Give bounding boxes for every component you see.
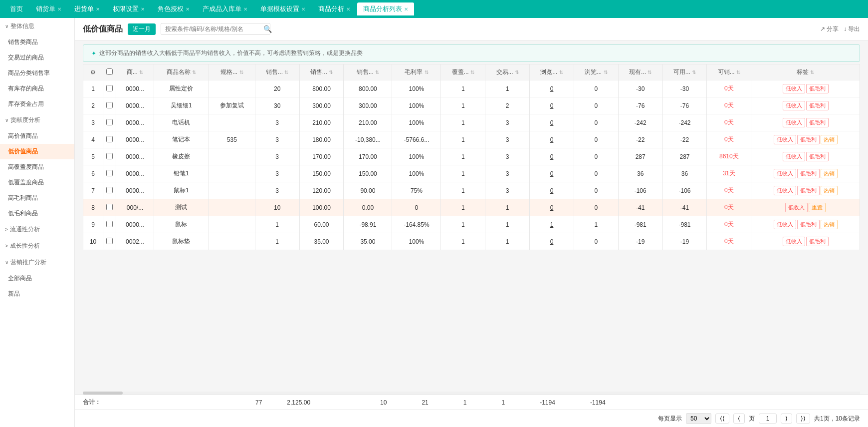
cell-view1[interactable]: 0 <box>530 114 574 131</box>
export-button[interactable]: ↓ 导出 <box>844 25 860 33</box>
sidebar-item-traded-goods[interactable]: 交易过的商品 <box>0 50 74 65</box>
sidebar-item-high-value[interactable]: 高价值商品 <box>0 128 74 144</box>
nav-role-auth[interactable]: 角色授权 ✕ <box>152 2 196 15</box>
close-icon[interactable]: ✕ <box>301 6 305 12</box>
cell-checkbox[interactable] <box>103 131 116 148</box>
sidebar-item-low-coverage[interactable]: 低覆盖度商品 <box>0 175 74 190</box>
sidebar-group-general[interactable]: ∨ 整体信息 <box>0 18 74 34</box>
sidebar-item-high-coverage[interactable]: 高覆盖度商品 <box>0 159 74 175</box>
close-icon[interactable]: ✕ <box>141 6 145 12</box>
row-checkbox[interactable] <box>106 187 113 193</box>
col-trade[interactable]: 交易... ⇅ <box>485 64 530 80</box>
sidebar-group-marketing[interactable]: ∨ 营销推广分析 <box>0 254 74 271</box>
sidebar-item-low-margin[interactable]: 低毛利商品 <box>0 206 74 221</box>
table-row: 40000...笔记本5353180.00-10,380...-5766.6..… <box>83 131 860 148</box>
nav-home[interactable]: 首页 <box>4 2 29 15</box>
per-page-select[interactable]: 50 100 200 <box>686 413 711 424</box>
sidebar-item-low-value[interactable]: 低价值商品 <box>0 144 74 159</box>
cell-sale-qty: 10 <box>255 199 299 216</box>
row-checkbox[interactable] <box>106 153 113 159</box>
row-checkbox[interactable] <box>106 119 113 125</box>
cell-view1[interactable]: 0 <box>530 131 574 148</box>
cell-view1[interactable]: 1 <box>530 216 574 233</box>
next-page-button[interactable]: ⟩ <box>781 414 792 424</box>
sidebar-group-growth[interactable]: > 成长性分析 <box>0 238 74 254</box>
cell-view1[interactable]: 0 <box>530 148 574 165</box>
table-area[interactable]: ⚙ 商... ⇅ 商品名称 ⇅ 规格... ⇅ 销售... ⇅ 销售... ⇅ … <box>75 64 868 392</box>
filter-recent-month[interactable]: 近一月 <box>128 23 156 35</box>
search-input[interactable] <box>161 23 270 35</box>
col-name[interactable]: 商品名称 ⇅ <box>154 64 209 80</box>
close-icon[interactable]: ✕ <box>57 6 61 12</box>
page-number-input[interactable] <box>759 414 777 424</box>
select-all-checkbox[interactable] <box>106 68 113 75</box>
cell-checkbox[interactable] <box>103 80 116 97</box>
cell-checkbox[interactable] <box>103 97 116 114</box>
cell-code: 0000... <box>116 216 154 233</box>
nav-sales-order[interactable]: 销货单 ✕ <box>30 2 67 15</box>
cell-checkbox[interactable] <box>103 233 116 250</box>
close-icon[interactable]: ✕ <box>243 6 247 12</box>
row-checkbox[interactable] <box>106 170 113 176</box>
col-checkbox[interactable] <box>103 64 116 80</box>
cell-checkbox[interactable] <box>103 148 116 165</box>
close-icon[interactable]: ✕ <box>96 6 100 12</box>
row-checkbox[interactable] <box>106 221 113 227</box>
col-view1[interactable]: 浏览... ⇅ <box>530 64 574 80</box>
row-checkbox[interactable] <box>106 204 113 210</box>
row-checkbox[interactable] <box>106 102 113 108</box>
col-available[interactable]: 可用... ⇅ <box>662 64 707 80</box>
cell-checkbox[interactable] <box>103 216 116 233</box>
nav-template[interactable]: 单据模板设置 ✕ <box>254 2 311 15</box>
col-saleable[interactable]: 可销... ⇅ <box>707 64 751 80</box>
sidebar-item-all-goods[interactable]: 全部商品 <box>0 271 74 286</box>
first-page-button[interactable]: ⟨⟨ <box>715 414 729 424</box>
col-settings[interactable]: ⚙ <box>83 64 103 80</box>
cell-view1[interactable]: 0 <box>530 165 574 182</box>
sidebar-item-sales-goods[interactable]: 销售类商品 <box>0 34 74 50</box>
last-page-button[interactable]: ⟩⟩ <box>796 414 810 424</box>
row-checkbox[interactable] <box>106 238 113 244</box>
nav-product-analysis-list[interactable]: 商品分析列表 ✕ <box>357 2 414 15</box>
cell-checkbox[interactable] <box>103 182 116 199</box>
cell-view1[interactable]: 0 <box>530 233 574 250</box>
prev-page-button[interactable]: ⟨ <box>733 414 745 424</box>
sidebar-item-new-goods[interactable]: 新品 <box>0 286 74 302</box>
cell-view1[interactable]: 0 <box>530 199 574 216</box>
sidebar-item-category-sales-rate[interactable]: 商品分类销售率 <box>0 65 74 81</box>
cell-view1[interactable]: 0 <box>530 182 574 199</box>
sidebar-group-contribution[interactable]: ∨ 贡献度分析 <box>0 112 74 128</box>
close-icon[interactable]: ✕ <box>404 6 408 12</box>
nav-purchase-order[interactable]: 进货单 ✕ <box>68 2 106 15</box>
close-icon[interactable]: ✕ <box>346 6 350 12</box>
page-title: 低价值商品 <box>83 24 123 34</box>
col-current-stock[interactable]: 现有... ⇅ <box>618 64 662 80</box>
sidebar-item-stock-funds[interactable]: 库存资金占用 <box>0 96 74 112</box>
nav-product-analysis[interactable]: 商品分析 ✕ <box>312 2 356 15</box>
sidebar-group-liquidity[interactable]: > 流通性分析 <box>0 221 74 238</box>
cell-checkbox[interactable] <box>103 199 116 216</box>
col-coverage[interactable]: 覆盖... ⇅ <box>441 64 485 80</box>
row-checkbox[interactable] <box>106 85 113 91</box>
col-sale-qty[interactable]: 销售... ⇅ <box>255 64 299 80</box>
nav-product-in[interactable]: 产成品入库单 ✕ <box>197 2 253 15</box>
cell-view1[interactable]: 0 <box>530 97 574 114</box>
search-button[interactable]: 🔍 <box>263 25 272 33</box>
col-code[interactable]: 商... ⇅ <box>116 64 154 80</box>
share-button[interactable]: ↗ 分享 <box>820 25 839 33</box>
col-spec[interactable]: 规格... ⇅ <box>209 64 255 80</box>
col-sale-price[interactable]: 销售... ⇅ <box>299 64 344 80</box>
nav-permission[interactable]: 权限设置 ✕ <box>107 2 151 15</box>
col-tags[interactable]: 标签 ⇅ <box>751 64 860 80</box>
cell-checkbox[interactable] <box>103 165 116 182</box>
close-icon[interactable]: ✕ <box>186 6 190 12</box>
row-checkbox[interactable] <box>106 136 113 142</box>
cell-available: -242 <box>662 114 707 131</box>
col-view2[interactable]: 浏览... ⇅ <box>574 64 618 80</box>
col-sale-amount[interactable]: 销售... ⇅ <box>344 64 392 80</box>
sidebar-item-high-margin[interactable]: 高毛利商品 <box>0 190 74 206</box>
col-gross-margin[interactable]: 毛利率 ⇅ <box>392 64 441 80</box>
sidebar-item-stocked-goods[interactable]: 有库存的商品 <box>0 81 74 96</box>
cell-view1[interactable]: 0 <box>530 80 574 97</box>
cell-checkbox[interactable] <box>103 114 116 131</box>
